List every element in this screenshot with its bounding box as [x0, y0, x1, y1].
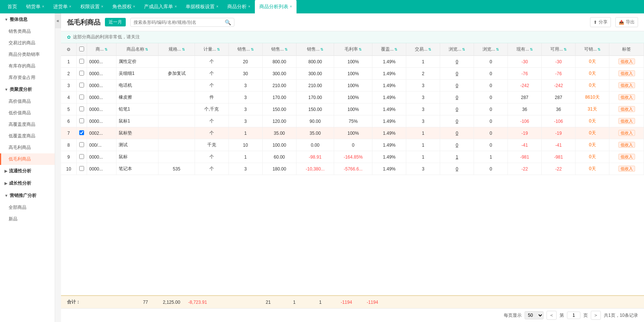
row-name[interactable]: 鼠标1	[116, 115, 158, 127]
share-button[interactable]: ⬆ 分享	[590, 17, 611, 27]
page-size-select[interactable]: 50 100 200	[525, 311, 544, 319]
row-checkbox[interactable]	[79, 106, 84, 111]
row-checkbox-cell[interactable]	[76, 103, 87, 115]
row-name[interactable]: 测试	[116, 139, 158, 151]
row-name[interactable]: 鼠标	[116, 151, 158, 163]
nav-purchase[interactable]: 进货单 ×	[49, 0, 76, 13]
col-browse1[interactable]: 浏览...⇅	[440, 43, 474, 56]
row-checkbox[interactable]	[79, 142, 84, 147]
row-browse1[interactable]: 0	[440, 163, 474, 175]
col-checkbox[interactable]	[76, 43, 87, 56]
prev-page-btn[interactable]: ＜	[547, 311, 557, 320]
row-checkbox-cell[interactable]	[76, 139, 87, 151]
sidebar-group-overall[interactable]: ▼ 整体信息	[0, 13, 55, 26]
row-checkbox-cell[interactable]	[76, 115, 87, 127]
export-button[interactable]: 📤 导出	[615, 17, 638, 27]
sidebar-item-high-value[interactable]: 高价值商品	[0, 96, 55, 107]
browse1-link[interactable]: 0	[456, 119, 458, 124]
row-browse1[interactable]: 0	[440, 103, 474, 115]
browse1-link[interactable]: 0	[456, 131, 458, 136]
nav-product-list-close[interactable]: ×	[290, 0, 292, 13]
nav-product-analysis-close[interactable]: ×	[248, 0, 250, 13]
row-checkbox-cell[interactable]	[76, 80, 87, 92]
period-button[interactable]: 近一月	[105, 18, 126, 26]
sidebar-item-sales-products[interactable]: 销售类商品	[0, 26, 55, 37]
row-browse1[interactable]: 0	[440, 80, 474, 92]
row-browse1[interactable]: 0	[440, 115, 474, 127]
row-checkbox[interactable]	[79, 130, 84, 135]
sidebar-item-traded-products[interactable]: 交易过的商品	[0, 37, 55, 49]
row-browse1[interactable]: 0	[440, 127, 474, 139]
row-checkbox-cell[interactable]	[76, 56, 87, 68]
row-name[interactable]: 铅笔1	[116, 103, 158, 115]
browse1-link[interactable]: 0	[456, 107, 458, 112]
settings-icon[interactable]: ⚙	[67, 47, 71, 52]
browse1-link[interactable]: 0	[456, 143, 458, 148]
sidebar-item-low-value[interactable]: 低价值商品	[0, 107, 55, 119]
sidebar-item-stock-products[interactable]: 有库存的商品	[0, 60, 55, 72]
sidebar-item-stock-capital[interactable]: 库存资金占用	[0, 72, 55, 83]
nav-product-analysis[interactable]: 商品分析 ×	[223, 0, 255, 13]
row-checkbox[interactable]	[79, 59, 84, 64]
row-browse1[interactable]: 0	[440, 92, 474, 103]
col-sales-qty[interactable]: 销售...⇅	[228, 43, 262, 56]
search-input[interactable]	[134, 20, 222, 25]
nav-permissions-close[interactable]: ×	[101, 0, 103, 13]
row-checkbox[interactable]	[79, 83, 84, 87]
col-sales-amount[interactable]: 销售...⇅	[296, 43, 334, 56]
row-checkbox[interactable]	[79, 154, 84, 159]
row-checkbox-cell[interactable]	[76, 151, 87, 163]
select-all-checkbox[interactable]	[79, 47, 84, 51]
sidebar-group-marketing[interactable]: ▼ 营销推广分析	[0, 189, 55, 202]
next-page-btn[interactable]: ＞	[591, 311, 601, 320]
sidebar-item-high-margin[interactable]: 高毛利商品	[0, 142, 55, 153]
browse1-link[interactable]: 1	[456, 154, 458, 160]
col-saleable[interactable]: 可销...⇅	[576, 43, 609, 56]
col-code[interactable]: 商...⇅	[87, 43, 116, 56]
nav-template-close[interactable]: ×	[216, 0, 218, 13]
nav-product-list[interactable]: 商品分析列表 ×	[255, 0, 297, 13]
row-checkbox-cell[interactable]	[76, 92, 87, 103]
sidebar-item-new-products[interactable]: 新品	[0, 213, 55, 225]
sidebar-group-circulation[interactable]: ▶ 流通性分析	[0, 165, 55, 177]
row-browse1[interactable]: 1	[440, 151, 474, 163]
col-name[interactable]: 商品名称⇅	[116, 43, 158, 56]
row-browse1[interactable]: 0	[440, 139, 474, 151]
row-name[interactable]: 电话机	[116, 80, 158, 92]
browse1-link[interactable]: 0	[456, 83, 458, 88]
row-browse1[interactable]: 0	[440, 68, 474, 80]
row-name[interactable]: 鼠标垫	[116, 127, 158, 139]
col-sales-price[interactable]: 销售...⇅	[262, 43, 296, 56]
sidebar-group-cluster[interactable]: ▼ 类聚度分析	[0, 83, 55, 96]
row-name[interactable]: 吴细细1	[116, 68, 158, 80]
nav-product-in-close[interactable]: ×	[174, 0, 177, 13]
nav-permissions[interactable]: 权限设置 ×	[76, 0, 108, 13]
row-checkbox[interactable]	[79, 71, 84, 76]
col-trade[interactable]: 交易...⇅	[406, 43, 440, 56]
col-tag[interactable]: 标签	[609, 43, 644, 56]
nav-sales-close[interactable]: ×	[42, 0, 44, 13]
browse1-link[interactable]: 0	[456, 95, 458, 100]
browse1-link[interactable]: 0	[456, 59, 458, 64]
row-checkbox[interactable]	[79, 166, 84, 171]
sidebar-item-low-coverage[interactable]: 低覆盖度商品	[0, 130, 55, 142]
row-checkbox[interactable]	[79, 118, 84, 123]
sidebar-item-low-margin[interactable]: 低毛利商品	[0, 153, 55, 165]
col-spec[interactable]: 规格...⇅	[158, 43, 195, 56]
row-checkbox-cell[interactable]	[76, 163, 87, 175]
col-available[interactable]: 可用...⇅	[542, 43, 576, 56]
sidebar-item-category-sales[interactable]: 商品分类助销率	[0, 49, 55, 60]
nav-sales[interactable]: 销货单 ×	[22, 0, 49, 13]
col-current[interactable]: 现有...⇅	[508, 43, 542, 56]
col-settings[interactable]: ⚙	[61, 43, 76, 56]
row-name[interactable]: 橡皮擦	[116, 92, 158, 103]
nav-home[interactable]: 首页	[3, 0, 22, 13]
browse1-link[interactable]: 0	[456, 166, 458, 172]
sidebar-group-growth[interactable]: ▶ 成长性分析	[0, 177, 55, 189]
nav-purchase-close[interactable]: ×	[69, 0, 71, 13]
nav-role-auth[interactable]: 角色授权 ×	[108, 0, 140, 13]
col-browse2[interactable]: 浏览...⇅	[474, 43, 508, 56]
page-number-input[interactable]	[567, 312, 580, 319]
row-name[interactable]: 属性定价	[116, 56, 158, 68]
row-checkbox[interactable]	[79, 95, 84, 99]
